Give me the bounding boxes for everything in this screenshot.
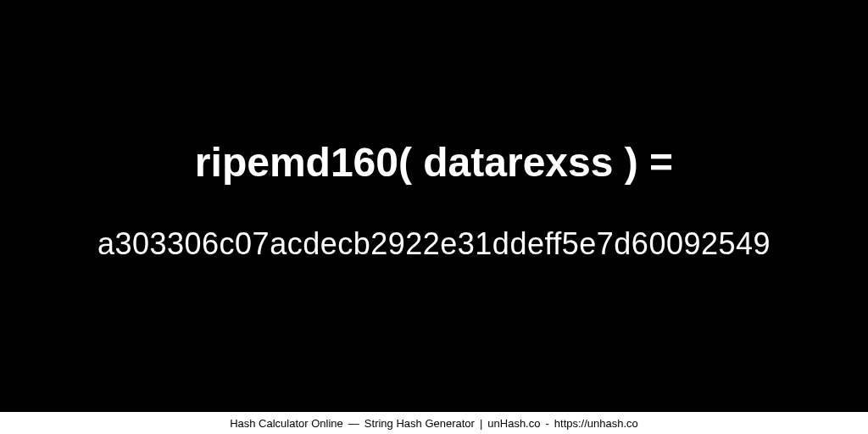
main-content: ripemd160( datarexss ) = a303306c07acdec… bbox=[0, 0, 868, 434]
footer-text-generator: String Hash Generator bbox=[364, 417, 475, 430]
footer-text-brand: unHash.co bbox=[487, 417, 540, 430]
hash-output-value: a303306c07acdecb2922e31ddeff5e7d60092549 bbox=[97, 226, 771, 262]
hash-expression-heading: ripemd160( datarexss ) = bbox=[195, 139, 673, 186]
footer-separator-pipe: | bbox=[480, 417, 482, 430]
footer-separator-hyphen: - bbox=[545, 417, 548, 430]
footer-text-calculator: Hash Calculator Online bbox=[230, 417, 343, 430]
footer-text-url: https://unhash.co bbox=[554, 417, 638, 430]
footer-bar: Hash Calculator Online — String Hash Gen… bbox=[0, 412, 868, 434]
footer-separator-dash: — bbox=[348, 417, 359, 430]
